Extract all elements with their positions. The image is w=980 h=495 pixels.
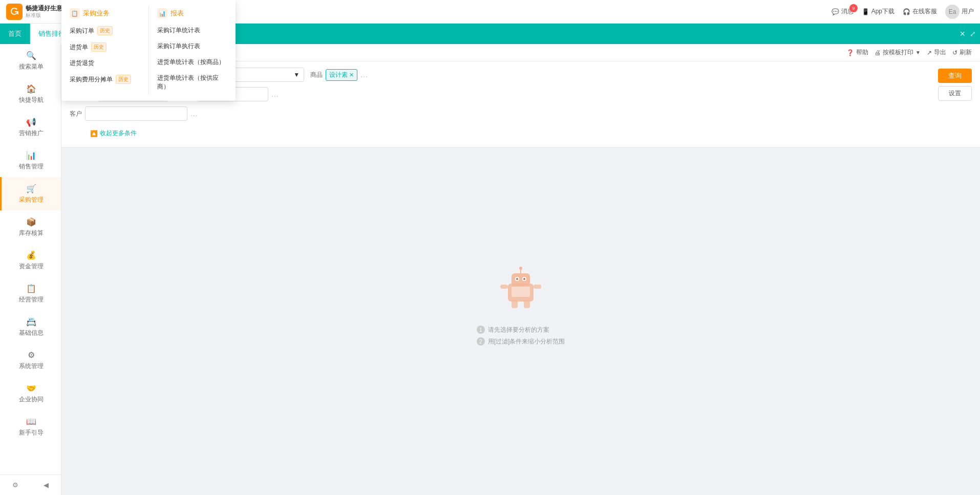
message-icon: 💬: [832, 8, 839, 15]
export-icon: ↗: [927, 49, 932, 56]
sidebar-search-label: 搜索菜单: [19, 62, 44, 71]
refresh-icon: ↺: [952, 49, 957, 56]
svg-rect-9: [534, 285, 541, 289]
sidebar-basic-info-label: 基础信息: [19, 329, 44, 337]
popup-item-order-exec[interactable]: 采购订单执行表: [153, 38, 232, 54]
customer-select[interactable]: [85, 106, 187, 121]
doc-status-select[interactable]: ▼: [232, 68, 304, 82]
sidebar-item-basic-info[interactable]: 📇 基础信息: [0, 310, 61, 343]
popup-col1-title-text: 采购业务: [83, 9, 110, 18]
svg-rect-8: [500, 285, 508, 289]
sidebar-item-sales[interactable]: 📊 销售管理: [0, 144, 61, 177]
headset-icon: 🎧: [903, 8, 910, 15]
header-right: 💬 消息 9 📱 App下载 🎧 在线客服 Ea 用户: [832, 5, 974, 19]
online-service-button[interactable]: 🎧 在线客服: [903, 7, 937, 16]
tab-maximize-icon[interactable]: ⤢: [970, 30, 976, 38]
print-button[interactable]: 🖨 按模板打印 ▼: [875, 48, 921, 57]
sidebar-item-marketing[interactable]: 📢 营销推广: [0, 111, 61, 144]
sidebar-item-inventory[interactable]: 📦 库存核算: [0, 210, 61, 244]
sidebar-item-search[interactable]: 🔍 搜索菜单: [0, 44, 61, 77]
product-label: 商品: [310, 71, 323, 79]
popup-item-return[interactable]: 进货退货: [66, 55, 144, 71]
message-button[interactable]: 💬 消息 9: [832, 7, 854, 16]
empty-step-1: 1 请先选择要分析的方案: [477, 326, 565, 334]
purchase-order-label: 采购订单: [70, 27, 94, 35]
tab-home[interactable]: 首页: [0, 24, 30, 44]
sidebar-marketing-label: 营销推广: [19, 129, 44, 138]
search-icon: 🔍: [26, 50, 36, 60]
popup-col1-title: 📋 采购业务: [66, 6, 144, 23]
sidebar-quick-nav-label: 快捷导航: [19, 96, 44, 104]
sidebar-operations-label: 经营管理: [19, 295, 44, 304]
guide-icon: 📖: [26, 416, 36, 426]
sidebar-inventory-label: 库存核算: [19, 229, 44, 238]
purchase-icon: 🛒: [26, 183, 36, 193]
logo-text-area: 畅捷通好生意 标准版: [26, 5, 62, 18]
finance-icon: 💰: [26, 250, 36, 260]
logo-sub-text: 标准版: [26, 12, 62, 18]
sidebar-item-operations[interactable]: 📋 经营管理: [0, 277, 61, 310]
tab-close-all-icon[interactable]: ✕: [960, 30, 966, 38]
sidebar-settings-icon[interactable]: ⚙: [12, 481, 18, 489]
empty-text-list: 1 请先选择要分析的方案 2 用[过滤]条件来缩小分析范围: [477, 322, 565, 349]
settings-button[interactable]: 设置: [938, 86, 972, 101]
query-button[interactable]: 查询: [938, 69, 972, 83]
sidebar-item-purchase[interactable]: 🛒 采购管理: [0, 177, 61, 210]
help-button[interactable]: ❓ 帮助: [846, 48, 868, 57]
sidebar-bottom-icons: ⚙ ◀: [0, 475, 61, 495]
help-icon: ❓: [846, 49, 854, 56]
salesman-more-btn[interactable]: ...: [271, 90, 279, 98]
popup-item-incoming[interactable]: 进货单 历史: [66, 39, 144, 55]
sidebar-item-guide[interactable]: 📖 新手引导: [0, 410, 61, 443]
step-1-text: 请先选择要分析的方案: [488, 326, 549, 334]
refresh-label: 刷新: [960, 48, 972, 57]
incoming-label: 进货单: [70, 43, 88, 52]
product-more-btn[interactable]: ...: [360, 71, 368, 79]
product-tag-value: 设计素: [329, 71, 348, 79]
content-area: ❓ 帮助 🖨 按模板打印 ▼ ↗ 导出 ↺ 刷新: [61, 44, 980, 495]
app-download-button[interactable]: 📱 App下载: [862, 7, 894, 16]
customer-filter: 客户 ...: [70, 106, 198, 121]
marketing-icon: 📢: [26, 117, 36, 127]
help-label: 帮助: [856, 48, 868, 57]
customer-more-btn[interactable]: ...: [190, 110, 198, 118]
product-tag-close[interactable]: ✕: [349, 72, 354, 78]
logo-area: 畅捷通好生意 标准版: [6, 4, 68, 20]
export-button[interactable]: ↗ 导出: [927, 48, 946, 57]
collapse-button[interactable]: 🔼 收起更多条件: [90, 126, 932, 141]
sales-icon: 📊: [26, 150, 36, 160]
print-dropdown-icon: ▼: [915, 50, 921, 55]
filter-row-3: 客户 ...: [70, 106, 932, 121]
sidebar-bottom: ⚙ ◀: [0, 475, 61, 495]
user-avatar[interactable]: Ea 用户: [945, 5, 974, 19]
empty-state: 1 请先选择要分析的方案 2 用[过滤]条件来缩小分析范围: [61, 147, 980, 495]
popup-item-incoming-stats-product[interactable]: 进货单统计表（按商品）: [153, 54, 232, 70]
sidebar-purchase-label: 采购管理: [19, 196, 44, 204]
logo-main-text: 畅捷通好生意: [26, 5, 62, 12]
sidebar-item-enterprise[interactable]: 🤝 企业协同: [0, 377, 61, 410]
refresh-button[interactable]: ↺ 刷新: [952, 48, 972, 57]
empty-step-2: 2 用[过滤]条件来缩小分析范围: [477, 337, 565, 346]
popup-col-purchase-business: 📋 采购业务 采购订单 历史 进货单 历史 进货退货 采购费用分摊单 历史: [61, 6, 148, 95]
sidebar-sales-label: 销售管理: [19, 162, 44, 171]
popup-menu-columns: 📋 采购业务 采购订单 历史 进货单 历史 进货退货 采购费用分摊单 历史: [61, 6, 236, 95]
popup-item-order-stats[interactable]: 采购订单统计表: [153, 23, 232, 38]
popup-col-reports: 📊 报表 采购订单统计表 采购订单执行表 进货单统计表（按商品） 进货单统计表（…: [149, 6, 236, 95]
order-stats-label: 采购订单统计表: [157, 26, 200, 35]
sidebar-item-quick-nav[interactable]: 🏠 快捷导航: [0, 77, 61, 111]
sidebar-item-finance[interactable]: 💰 资金管理: [0, 244, 61, 277]
customer-label: 客户: [70, 110, 82, 118]
sidebar-item-system[interactable]: ⚙ 系统管理: [0, 343, 61, 377]
tab-home-label: 首页: [8, 29, 22, 38]
operations-icon: 📋: [26, 283, 36, 293]
popup-item-incoming-stats-supplier[interactable]: 进货单统计表（按供应商）: [153, 70, 232, 95]
user-label: 用户: [962, 7, 974, 16]
history-badge-1: 历史: [97, 26, 113, 35]
svg-rect-10: [512, 300, 518, 308]
svg-point-7: [519, 267, 522, 270]
popup-item-cost[interactable]: 采购费用分摊单 历史: [66, 71, 144, 88]
export-label: 导出: [934, 48, 946, 57]
filter-actions: 查询 设置: [938, 68, 972, 101]
popup-item-purchase-order[interactable]: 采购订单 历史: [66, 23, 144, 39]
sidebar-collapse-icon[interactable]: ◀: [44, 481, 49, 489]
